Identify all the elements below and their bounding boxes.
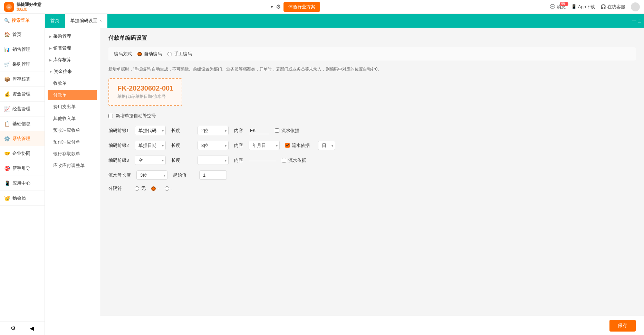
prefix3-content-label: 内容 bbox=[234, 157, 243, 164]
auto-encode-option[interactable]: 自动编码 bbox=[137, 51, 162, 57]
manual-encode-option[interactable]: 手工编码 bbox=[167, 51, 192, 57]
prefix2-length-select[interactable]: 8位 bbox=[198, 141, 229, 150]
prefix1-length-select[interactable]: 2位 bbox=[198, 126, 229, 135]
sidebar-item-label: 经营管理 bbox=[12, 106, 30, 112]
prefix3-length-wrapper: ▾ bbox=[198, 156, 229, 165]
avatar[interactable] bbox=[631, 2, 640, 11]
sep-dot-radio[interactable] bbox=[165, 186, 169, 191]
settings-bottom-icon[interactable]: ⚙ bbox=[11, 325, 16, 332]
main-layout: 🔍 搜索菜单 🏠 首页 📊 销售管理 🛒 采购管理 📦 库存核算 💰 资金管理 … bbox=[0, 14, 644, 335]
prefix3-serial-input[interactable] bbox=[282, 158, 286, 162]
sep-none-option[interactable]: 无 bbox=[135, 185, 146, 192]
prefix3-length-label: 长度 bbox=[171, 157, 192, 164]
sidebar-item-system[interactable]: ⚙️ 系统管理 bbox=[0, 131, 45, 146]
collapse-icon[interactable]: ◀ bbox=[30, 325, 34, 332]
start-value-input[interactable] bbox=[199, 170, 227, 180]
sidebar-item-label: 采购管理 bbox=[12, 61, 30, 67]
prefix3-serial-checkbox[interactable]: 流水依据 bbox=[282, 157, 306, 164]
maximize-icon[interactable]: □ bbox=[638, 18, 641, 24]
prefix2-select[interactable]: 单据日期 bbox=[135, 141, 166, 150]
inner-child-payment[interactable]: 付款单 bbox=[48, 90, 97, 100]
sidebar-item-basic[interactable]: 📋 基础信息 bbox=[0, 117, 45, 131]
manual-encode-label: 手工编码 bbox=[174, 51, 192, 57]
prefix2-serial-input[interactable] bbox=[285, 143, 290, 148]
prefix2-row: 编码前缀2 单据日期 ▾ 长度 8位 ▾ bbox=[108, 141, 636, 150]
sidebar-item-operations[interactable]: 📈 经营管理 bbox=[0, 102, 45, 117]
sidebar-item-label: 资金管理 bbox=[12, 91, 30, 97]
prefix2-day-select[interactable]: 日 bbox=[318, 141, 335, 150]
sidebar-item-purchase[interactable]: 🛒 采购管理 bbox=[0, 57, 45, 72]
sidebar-item-apps[interactable]: 📱 应用中心 bbox=[0, 176, 45, 191]
sidebar-item-label: 系统管理 bbox=[12, 136, 30, 142]
sidebar-item-finance[interactable]: 💰 资金管理 bbox=[0, 87, 45, 102]
prefix2-serial-checkbox[interactable]: 流水依据 bbox=[285, 142, 310, 149]
start-value-label: 起始值 bbox=[173, 172, 194, 178]
prefix3-select[interactable]: 空 bbox=[135, 156, 166, 165]
tab-home[interactable]: 首页 bbox=[45, 14, 65, 28]
minimize-icon[interactable]: ─ bbox=[632, 18, 636, 24]
app-download-item[interactable]: 📱 App下载 bbox=[571, 4, 595, 10]
sep-dot-label: . bbox=[171, 186, 173, 191]
inner-child-bank[interactable]: 银行存取款单 bbox=[45, 148, 100, 160]
trial-button[interactable]: 体验行业方案 bbox=[283, 2, 320, 12]
inner-group-sales[interactable]: ▶ 销售管理 bbox=[45, 42, 100, 54]
auto-fill-checkbox[interactable] bbox=[108, 114, 113, 118]
sep-none-label: 无 bbox=[141, 185, 146, 192]
tab-encode-settings[interactable]: 单据编码设置 × bbox=[65, 14, 107, 28]
sep-none-radio[interactable] bbox=[135, 186, 139, 191]
prefix1-select[interactable]: 单据代码 bbox=[135, 126, 166, 135]
tab-close-icon[interactable]: × bbox=[99, 18, 102, 23]
settings-icon[interactable]: ⚙ bbox=[276, 3, 281, 10]
tabs-bar-right: ─ □ bbox=[632, 18, 644, 24]
inner-child-advance-receipt[interactable]: 预收冲应收单 bbox=[45, 124, 100, 136]
prefix2-serial-label: 流水依据 bbox=[292, 142, 310, 149]
sep-dash-option[interactable]: - bbox=[151, 186, 159, 191]
inner-group-capital[interactable]: ▼ 资金往来 bbox=[45, 66, 100, 77]
inner-child-other-income[interactable]: 其他收入单 bbox=[45, 113, 100, 124]
bottom-bar: 保存 bbox=[100, 316, 644, 335]
prefix3-length-select[interactable] bbox=[198, 156, 229, 165]
manual-encode-radio[interactable] bbox=[167, 52, 172, 56]
brand-name: 畅捷通好生意 bbox=[17, 2, 41, 7]
sidebar-item-guide[interactable]: 🎯 新手引导 bbox=[0, 161, 45, 176]
support-icon: 🎧 bbox=[600, 4, 606, 9]
serial-length-select[interactable]: 3位 bbox=[136, 170, 167, 180]
topbar-center: ▾ ⚙ 体验行业方案 bbox=[271, 2, 320, 12]
sidebar-item-member[interactable]: 👑 畅会员 bbox=[0, 191, 45, 206]
prefix2-content-select[interactable]: 年月日 bbox=[249, 141, 280, 150]
prefix2-label: 编码前缀2 bbox=[108, 142, 129, 149]
main-content: 付款单编码设置 编码方式 自动编码 手工编码 bbox=[100, 28, 644, 316]
prefix2-content-wrapper: 年月日 ▾ bbox=[249, 141, 280, 150]
inner-child-expense[interactable]: 费用支出单 bbox=[45, 101, 100, 113]
inventory-icon: 📦 bbox=[4, 76, 10, 82]
sep-dot-option[interactable]: . bbox=[165, 186, 173, 191]
inner-group-purchase[interactable]: ▶ 采购管理 bbox=[45, 30, 100, 42]
prefix1-serial-checkbox[interactable]: 流水依据 bbox=[275, 128, 299, 134]
auto-encode-radio[interactable] bbox=[137, 52, 142, 56]
inner-child-receipt[interactable]: 收款单 bbox=[45, 77, 100, 89]
sidebar-search[interactable]: 🔍 搜索菜单 bbox=[0, 14, 45, 27]
prefix3-select-wrapper: 空 ▾ bbox=[135, 156, 166, 165]
sidebar-item-inventory[interactable]: 📦 库存核算 bbox=[0, 72, 45, 87]
sales-icon: 📊 bbox=[4, 47, 10, 52]
auto-fill-label[interactable]: 新增单据自动补空号 bbox=[116, 113, 156, 119]
content-panel: ▶ 采购管理 ▶ 销售管理 ▶ 库存核算 ▼ 资金往来 收款单 bbox=[45, 28, 644, 335]
inner-child-advance-payment[interactable]: 预付冲应付单 bbox=[45, 136, 100, 148]
sidebar-item-cooperation[interactable]: 🤝 企业协同 bbox=[0, 146, 45, 161]
sidebar-item-label: 新手引导 bbox=[12, 165, 30, 171]
inner-child-adjustment[interactable]: 应收应付调整单 bbox=[45, 160, 100, 171]
sidebar-item-sales[interactable]: 📊 销售管理 bbox=[0, 42, 45, 57]
prefix1-serial-label: 流水依据 bbox=[281, 128, 299, 134]
separator-row: 分隔符 无 - . bbox=[108, 185, 636, 192]
sep-dash-radio[interactable] bbox=[151, 186, 156, 191]
topbar-brand: 畅捷通好生意 旗舰版 bbox=[17, 2, 41, 11]
save-button[interactable]: 保存 bbox=[609, 320, 636, 332]
preview-desc: 单据代码-单据日期-流水号 bbox=[117, 94, 173, 100]
prefix1-serial-input[interactable] bbox=[275, 128, 279, 133]
online-support-item[interactable]: 🎧 在线客服 bbox=[600, 4, 625, 10]
sidebar-item-home[interactable]: 🏠 首页 bbox=[0, 27, 45, 42]
message-item[interactable]: 💬 消息 99+ bbox=[550, 4, 566, 10]
chevron-right-icon: ▶ bbox=[49, 35, 52, 38]
inner-group-inventory[interactable]: ▶ 库存核算 bbox=[45, 54, 100, 66]
topbar-dropdown[interactable]: ▾ bbox=[271, 4, 273, 9]
